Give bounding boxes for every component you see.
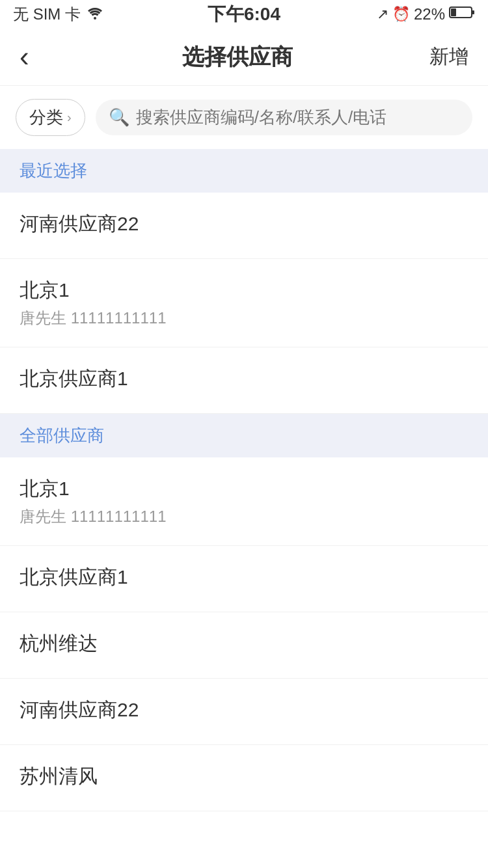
svg-rect-2 (472, 10, 474, 14)
page-title: 选择供应商 (59, 42, 416, 72)
alarm-icon: ⏰ (392, 6, 410, 23)
list-item[interactable]: 北京供应商1 (0, 347, 488, 414)
supplier-name: 北京供应商1 (20, 564, 468, 591)
status-right: ↗ ⏰ 22% (377, 5, 475, 23)
supplier-name: 北京供应商1 (20, 366, 468, 392)
category-filter-button[interactable]: 分类 › (16, 99, 85, 136)
list-item[interactable]: 北京1唐先生 11111111111 (0, 259, 488, 347)
section-header-text: 最近选择 (20, 161, 87, 180)
supplier-contact: 唐先生 11111111111 (20, 506, 468, 527)
filter-bar: 分类 › 🔍 (0, 86, 488, 149)
wifi-icon (86, 5, 104, 23)
supplier-name: 河南供应商22 (20, 697, 468, 724)
list-item[interactable]: 苏州清风 (0, 745, 488, 811)
section-header-text: 全部供应商 (20, 426, 104, 445)
supplier-name: 北京1 (20, 476, 468, 502)
list-item[interactable]: 北京1唐先生 11111111111 (0, 457, 488, 546)
supplier-name: 河南供应商22 (20, 211, 468, 237)
list-item[interactable]: 杭州维达 (0, 612, 488, 679)
supplier-contact: 唐先生 11111111111 (20, 308, 468, 329)
back-button[interactable]: ‹ (20, 42, 59, 72)
section-header-all: 全部供应商 (0, 414, 488, 457)
search-box[interactable]: 🔍 (96, 100, 472, 135)
carrier-text: 无 SIM 卡 (13, 4, 81, 25)
svg-rect-3 (451, 8, 456, 16)
location-icon: ↗ (377, 6, 388, 23)
search-input[interactable] (136, 107, 459, 128)
list-item[interactable]: 北京供应商1 (0, 546, 488, 612)
battery-text: 22% (414, 5, 445, 23)
category-label: 分类 (29, 106, 63, 129)
status-time: 下午6:04 (208, 2, 280, 27)
back-icon: ‹ (20, 40, 29, 72)
nav-bar: ‹ 选择供应商 新增 (0, 29, 488, 86)
supplier-name: 北京1 (20, 277, 468, 304)
supplier-name: 苏州清风 (20, 763, 468, 790)
section-header-recent: 最近选择 (0, 149, 488, 193)
svg-point-0 (94, 17, 96, 20)
status-bar: 无 SIM 卡 下午6:04 ↗ ⏰ 22% (0, 0, 488, 29)
add-button[interactable]: 新增 (416, 44, 468, 70)
list-item[interactable]: 河南供应商22 (0, 679, 488, 745)
search-icon: 🔍 (109, 107, 129, 128)
status-left: 无 SIM 卡 (13, 4, 104, 25)
chevron-right-icon: › (67, 110, 72, 125)
supplier-name: 杭州维达 (20, 631, 468, 657)
supplier-list: 最近选择河南供应商22北京1唐先生 11111111111北京供应商1全部供应商… (0, 149, 488, 811)
battery-icon (449, 5, 475, 23)
list-item[interactable]: 河南供应商22 (0, 193, 488, 259)
